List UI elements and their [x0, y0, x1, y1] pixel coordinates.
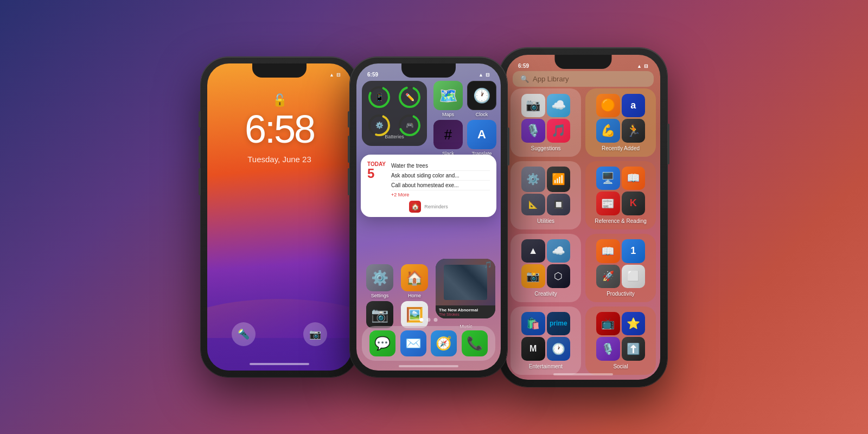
lock-date: Tuesday, June 23 [247, 155, 311, 164]
home-indicator-2 [399, 365, 458, 367]
status-time-3: 6:59 [518, 63, 529, 69]
app-library-label: App Library [533, 75, 569, 83]
search-icon: 🔍 [520, 75, 529, 83]
music-title: The New Abnormal [439, 308, 492, 312]
iphone-3: 6:59 ▲⊟ 🔍 App Library [499, 48, 667, 387]
maps-icon[interactable]: 🗺️ Maps [433, 81, 463, 117]
dock-2: 💬 ✉️ 🧭 📞 [362, 326, 495, 361]
reminders-footer-label: Reminders [424, 204, 448, 209]
home-app-icon[interactable]: 🏠 Home [401, 264, 428, 298]
iphone-2: 6:59 ▲⊟ [350, 57, 507, 377]
status-time-2: 6:59 [367, 72, 378, 78]
phone-dock-icon[interactable]: 📞 [462, 330, 488, 356]
safari-dock-icon[interactable]: 🧭 [431, 330, 457, 356]
notch-3 [555, 55, 612, 69]
app-library-grid: 📷 ☁️ 🎙️ 🎵 Suggestions 🟠 a [510, 88, 656, 380]
translate-icon[interactable]: A Translate [467, 120, 496, 156]
music-widget[interactable]: 🎵 The New Abnormal The Strokes [436, 259, 495, 318]
slack-icon[interactable]: # Slack [433, 120, 463, 156]
reference-reading-label: Reference & Reading [595, 218, 647, 224]
reminders-widget[interactable]: Today 5 Water the trees Ask about siding… [361, 155, 496, 217]
phones-container: ▲⊟ 🔓 6:58 Tuesday, June 23 [201, 48, 667, 387]
reminder-more: +2 More [391, 192, 490, 197]
app-library-search[interactable]: 🔍 App Library [513, 71, 654, 87]
clock-icon-home[interactable]: 🕐 Clock [467, 81, 496, 117]
home-indicator-1 [250, 363, 309, 365]
flashlight-button[interactable]: 🔦 [232, 322, 256, 346]
more-apps-label: Social [613, 363, 628, 369]
creativity-label: Creativity [534, 291, 557, 297]
background: ▲⊟ 🔓 6:58 Tuesday, June 23 [0, 0, 868, 434]
recently-added-label: Recently Added [602, 145, 640, 151]
creativity-folder[interactable]: ▲ ☁️ 📸 ⬡ Creativity [510, 234, 581, 302]
productivity-folder[interactable]: 📖 1 🚀 ⬜ Productivity [585, 234, 656, 302]
entertainment-folder[interactable]: 🛍️ prime M 🕐 Entertainment [510, 307, 581, 375]
utilities-folder[interactable]: ⚙️ 📶 📐 🔲 Utilities [510, 161, 581, 229]
music-artist: The Strokes [439, 312, 492, 316]
reference-reading-folder[interactable]: 🖥️ 📖 📰 K Reference & Reading [585, 161, 656, 229]
iphone-3-screen: 6:59 ▲⊟ 🔍 App Library [506, 55, 660, 380]
camera-button[interactable]: 📷 [303, 322, 327, 346]
reminders-count: 5 [367, 167, 386, 180]
notch-2 [401, 63, 456, 78]
iphone-1: ▲⊟ 🔓 6:58 Tuesday, June 23 [201, 57, 358, 377]
page-dots [420, 318, 438, 322]
notch-1 [252, 63, 307, 78]
lock-time: 6:58 [245, 107, 314, 151]
reminder-1: Water the trees [391, 161, 490, 171]
utilities-label: Utilities [537, 218, 554, 224]
messages-dock-icon[interactable]: 💬 [369, 330, 395, 356]
lock-bottom-buttons: 🔦 📷 [207, 322, 352, 346]
clock-label: Clock [476, 112, 488, 117]
mail-dock-icon[interactable]: ✉️ [400, 330, 426, 356]
settings-icon[interactable]: ⚙️ Settings [366, 264, 393, 298]
iphone-1-screen: ▲⊟ 🔓 6:58 Tuesday, June 23 [207, 63, 352, 371]
lock-icon: 🔓 [272, 93, 287, 107]
entertainment-label: Entertainment [529, 363, 563, 369]
iphone-2-screen: 6:59 ▲⊟ [356, 63, 501, 371]
reminder-3: Call about homestead exe... [391, 181, 490, 190]
more-apps-folder[interactable]: 📺 ⭐ 🎙️ ⬆️ Social [585, 307, 656, 375]
home-indicator-3 [553, 373, 613, 375]
batteries-widget[interactable]: 📱 ✏️ [362, 81, 427, 146]
maps-label: Maps [442, 112, 454, 117]
recently-added-folder[interactable]: 🟠 a 💪 🏃 Recently Added [585, 88, 656, 157]
suggestions-folder[interactable]: 📷 ☁️ 🎙️ 🎵 Suggestions [510, 88, 581, 157]
suggestions-label: Suggestions [531, 145, 560, 151]
productivity-label: Productivity [607, 291, 635, 297]
reminder-2: Ask about siding color and... [391, 171, 490, 181]
